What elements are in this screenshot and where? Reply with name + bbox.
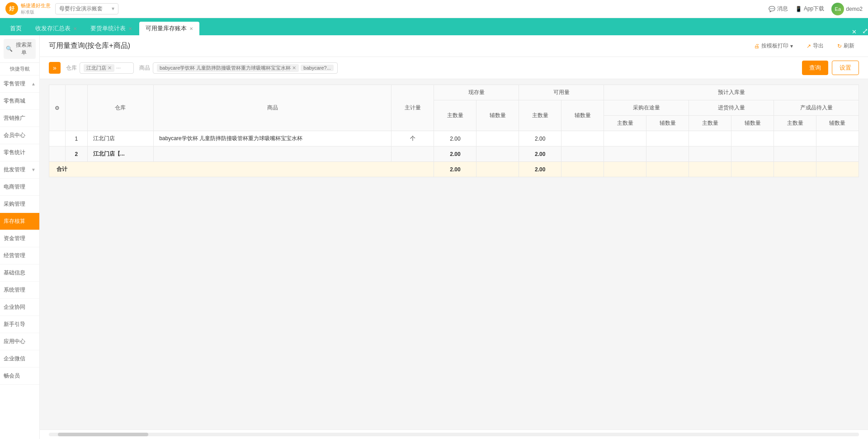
filter-more-dots[interactable]: ···: [116, 65, 121, 71]
row1-stock-main: 2.00: [434, 131, 476, 146]
product-tag-container[interactable]: babycare学饮杯 儿童防摔防撞吸管杯重力球吸嘴杯宝宝水杯 ✕ babyca…: [153, 62, 338, 74]
row1-unit: 个: [392, 131, 434, 146]
filter-bar: » 仓库 江北门店 ✕ ··· 商品 babycare学饮杯 儿童防摔防撞吸管杯…: [40, 57, 868, 79]
sidebar-item-retail-stats[interactable]: 零售统计: [0, 144, 39, 161]
chevron-down-icon: ▾: [112, 5, 114, 12]
row2-settings: [49, 146, 66, 162]
industry-selector[interactable]: 母婴行业演示账套 ▾: [55, 3, 118, 14]
th-production: 产成品待入量: [774, 100, 859, 116]
sidebar-search: 🔍 搜索菜单: [0, 35, 39, 63]
quick-nav-label: 快捷导航: [10, 66, 30, 71]
row2-avail-main: 2.00: [519, 146, 561, 162]
row2-seq: 2: [66, 146, 88, 162]
summary-pur-aux: [646, 162, 689, 177]
warehouse-tag-container[interactable]: 江北门店 ✕ ···: [80, 62, 134, 74]
sidebar-item-wechat[interactable]: 企业微信: [0, 350, 39, 368]
warehouse-filter: 仓库 江北门店 ✕ ···: [66, 62, 134, 74]
user-avatar-area[interactable]: Ea demo2: [831, 3, 863, 15]
print-label: 按模板打印: [761, 42, 788, 50]
sidebar-item-label: 基础信息: [4, 269, 25, 277]
table-row: 1 江北门店 babycare学饮杯 儿童防摔防撞吸管杯重力球吸嘴杯宝宝水杯 个…: [49, 131, 859, 146]
product-tag-2-value: babycare?...: [303, 65, 331, 71]
export-btn[interactable]: ↗ 导出: [802, 40, 828, 52]
tab-home-label: 首页: [10, 24, 22, 33]
th-stock-main: 主数量: [434, 100, 476, 131]
scrollbar-thumb[interactable]: [58, 433, 148, 436]
th-pur-main: 主数量: [604, 116, 646, 131]
th-inc-aux: 辅数量: [731, 116, 774, 131]
sidebar-item-app-center[interactable]: 应用中心: [0, 333, 39, 350]
filter-toggle-btn[interactable]: »: [49, 62, 61, 74]
row2-prod-main: [774, 146, 816, 162]
sidebar-item-label: 库存核算: [4, 217, 25, 225]
sidebar: 🔍 搜索菜单 快捷导航 零售管理 ▲ 零售商城 营销推广 会员中心 零售统计 批…: [0, 35, 40, 439]
chevron-icon: ▼: [31, 167, 36, 172]
product-tag-1-remove[interactable]: ✕: [292, 65, 296, 71]
th-product: 商品: [154, 85, 392, 131]
sidebar-item-guide[interactable]: 新手引导: [0, 316, 39, 333]
page-header: 可用量查询(按仓库+商品) 🖨 按模板打印 ▾ ↗ 导出 ↻ 刷新: [40, 35, 868, 57]
message-btn[interactable]: 💬 消息: [769, 5, 788, 13]
sidebar-item-member[interactable]: 会员中心: [0, 127, 39, 144]
tab-available-ledger[interactable]: 可用量库存账本 ✕: [139, 22, 199, 35]
settings-btn[interactable]: 设置: [832, 61, 859, 75]
sidebar-item-retail-mall[interactable]: 零售商城: [0, 93, 39, 110]
row1-prod-main: [774, 131, 816, 146]
tab-home[interactable]: 首页: [4, 22, 28, 35]
print-btn[interactable]: 🖨 按模板打印 ▾: [750, 40, 797, 52]
sidebar-item-basics[interactable]: 基础信息: [0, 264, 39, 282]
refresh-btn[interactable]: ↻ 刷新: [833, 40, 859, 52]
filter-actions: 查询 设置: [802, 61, 859, 75]
sidebar-item-ecommerce[interactable]: 电商管理: [0, 179, 39, 196]
sidebar-item-label: 采购管理: [4, 200, 25, 208]
summary-prod-aux: [816, 162, 859, 177]
tab-available-ledger-close[interactable]: ✕: [189, 26, 193, 31]
row1-warehouse: 江北门店: [87, 131, 153, 146]
tab-receipt-summary[interactable]: 收发存汇总表 ✕: [29, 22, 83, 35]
expand-btn[interactable]: ⤢: [862, 27, 868, 35]
row1-product: babycare学饮杯 儿童防摔防撞吸管杯重力球吸嘴杯宝宝水杯: [154, 131, 392, 146]
sidebar-item-label: 批发管理: [4, 166, 25, 174]
page-actions: 🖨 按模板打印 ▾ ↗ 导出 ↻ 刷新: [750, 40, 859, 52]
sidebar-item-purchase[interactable]: 采购管理: [0, 196, 39, 213]
tab-order-stats-close[interactable]: ✕: [128, 26, 132, 31]
sidebar-item-retail-mgmt[interactable]: 零售管理 ▲: [0, 76, 39, 93]
sidebar-item-operations[interactable]: 经营管理: [0, 247, 39, 264]
query-btn[interactable]: 查询: [802, 61, 828, 75]
sidebar-item-vip[interactable]: 畅会员: [0, 368, 39, 385]
sidebar-item-finance[interactable]: 资金管理: [0, 230, 39, 247]
tab-receipt-summary-close[interactable]: ✕: [73, 26, 77, 31]
row1-pur-main: [604, 131, 646, 146]
sidebar-item-system[interactable]: 系统管理: [0, 282, 39, 299]
th-incoming: 进货待入量: [689, 100, 774, 116]
sidebar-item-label: 畅会员: [4, 372, 20, 380]
row2-pur-main: [604, 146, 646, 162]
top-bar-left: 好 畅捷通好生意 标准版 母婴行业演示账套 ▾: [5, 2, 118, 15]
th-avail-main: 主数量: [519, 100, 561, 131]
th-settings[interactable]: ⚙: [49, 85, 66, 131]
search-menu-btn[interactable]: 🔍 搜索菜单: [4, 39, 36, 59]
message-icon: 💬: [769, 6, 775, 12]
quick-nav-btn[interactable]: 快捷导航: [0, 63, 39, 76]
sidebar-item-wholesale-mgmt[interactable]: 批发管理 ▼: [0, 161, 39, 179]
sidebar-item-label: 企业微信: [4, 355, 25, 363]
summary-inc-main: [689, 162, 731, 177]
close-all-tabs[interactable]: ✕: [852, 28, 857, 35]
horizontal-scrollbar[interactable]: [49, 433, 859, 436]
row2-product: [154, 146, 392, 162]
th-purchase-transit: 采购在途量: [604, 100, 689, 116]
logo-sub: 标准版: [21, 9, 51, 15]
warehouse-tag-remove[interactable]: ✕: [108, 65, 112, 71]
sidebar-item-enterprise[interactable]: 企业协同: [0, 299, 39, 316]
th-stock-aux: 辅数量: [476, 100, 519, 131]
logo-text: 畅捷通好生意: [21, 2, 51, 9]
row1-avail-aux: [561, 131, 604, 146]
industry-label: 母婴行业演示账套: [59, 5, 103, 13]
sidebar-item-marketing[interactable]: 营销推广: [0, 110, 39, 127]
top-bar: 好 畅捷通好生意 标准版 母婴行业演示账套 ▾ 💬 消息 📱 App下载 Ea …: [0, 0, 868, 18]
download-btn[interactable]: 📱 App下载: [795, 5, 824, 13]
sidebar-item-inventory[interactable]: 库存核算: [0, 213, 39, 230]
tab-order-stats[interactable]: 要货单统计表 ✕: [84, 22, 138, 35]
main-layout: 🔍 搜索菜单 快捷导航 零售管理 ▲ 零售商城 营销推广 会员中心 零售统计 批…: [0, 35, 868, 439]
summary-avail-main: 2.00: [519, 162, 561, 177]
